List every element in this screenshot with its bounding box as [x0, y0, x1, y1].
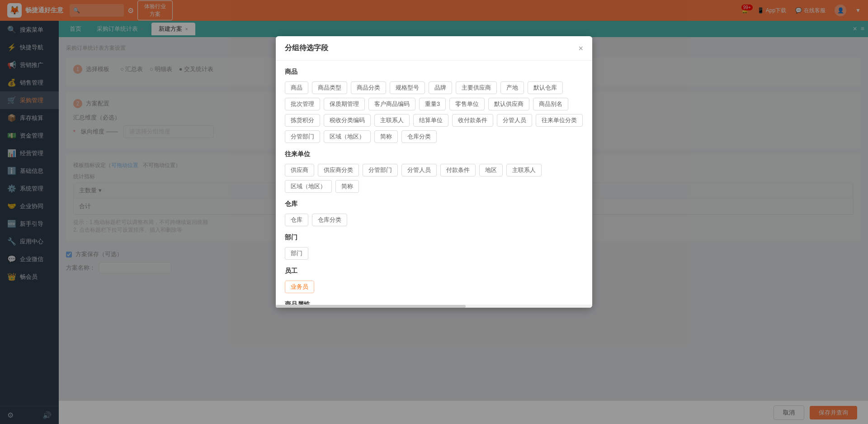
field-short-name2[interactable]: 简称: [335, 180, 359, 193]
field-manage-dept[interactable]: 分管部门: [363, 164, 398, 176]
section-warehouse-title: 仓库: [285, 200, 583, 208]
dept-fields: 部门: [285, 247, 583, 260]
field-main-supplier[interactable]: 主要供应商: [456, 81, 497, 94]
field-customer-code[interactable]: 客户商品编码: [368, 98, 415, 110]
field-tax-code[interactable]: 税收分类编码: [324, 114, 371, 127]
field-dept[interactable]: 分管部门: [285, 130, 320, 143]
field-pick-points[interactable]: 拣货积分: [285, 114, 320, 127]
field-main-contact2[interactable]: 主联系人: [506, 164, 542, 176]
modal-body[interactable]: 商品 商品 商品类型 商品分类 规格型号 品牌 主要供应商 产地 默认仓库 批次…: [276, 61, 592, 305]
field-supplier[interactable]: 供应商: [285, 164, 314, 176]
field-manage-person[interactable]: 分管人员: [401, 164, 437, 176]
section-dept: 部门 部门: [285, 233, 583, 260]
field-short-name[interactable]: 简称: [374, 130, 398, 143]
field-weight3[interactable]: 重量3: [419, 98, 446, 110]
field-warehouse-cat[interactable]: 仓库分类: [312, 214, 347, 226]
section-partner-title: 往来单位: [285, 150, 583, 158]
field-supervisor[interactable]: 分管人员: [497, 114, 532, 127]
product-fields: 商品 商品类型 商品分类 规格型号 品牌 主要供应商 产地 默认仓库 批次管理 …: [285, 81, 583, 143]
modal: 分组待选字段 × 商品 商品 商品类型 商品分类 规格型号 品牌 主要供应商 产…: [276, 36, 592, 308]
field-payment-terms[interactable]: 收付款条件: [452, 114, 493, 127]
field-partner-category[interactable]: 往来单位分类: [536, 114, 583, 127]
modal-title: 分组待选字段: [285, 43, 328, 53]
field-pay-terms[interactable]: 付款条件: [440, 164, 476, 176]
field-salesperson[interactable]: 业务员: [285, 281, 314, 293]
modal-close-icon[interactable]: ×: [578, 44, 583, 52]
field-department[interactable]: 部门: [285, 247, 308, 260]
modal-header: 分组待选字段 ×: [276, 36, 592, 61]
section-dept-title: 部门: [285, 233, 583, 242]
warehouse-fields: 仓库 仓库分类: [285, 214, 583, 226]
field-product-category[interactable]: 商品分类: [351, 81, 386, 94]
field-supplier-category[interactable]: 供应商分类: [318, 164, 359, 176]
section-employee-title: 员工: [285, 267, 583, 275]
section-partner: 往来单位 供应商 供应商分类 分管部门 分管人员 付款条件 地区 主联系人 区域…: [285, 150, 583, 193]
field-region[interactable]: 区域（地区）: [324, 130, 371, 143]
field-default-warehouse[interactable]: 默认仓库: [528, 81, 563, 94]
section-product-attr: 商品属性 属性 颜色 多规格 尺码 鞋码 1: [285, 300, 583, 305]
field-region2[interactable]: 区域（地区）: [285, 180, 332, 193]
field-batch-manage[interactable]: 批次管理: [285, 98, 320, 110]
field-spec-model[interactable]: 规格型号: [390, 81, 425, 94]
modal-horizontal-scrollbar[interactable]: [276, 305, 592, 308]
field-retail-unit[interactable]: 零售单位: [449, 98, 485, 110]
field-product[interactable]: 商品: [285, 81, 308, 94]
h-scroll-thumb: [276, 305, 466, 308]
field-origin[interactable]: 产地: [500, 81, 524, 94]
employee-fields: 业务员: [285, 281, 583, 293]
section-product-title: 商品: [285, 68, 583, 76]
field-settle-unit[interactable]: 结算单位: [413, 114, 448, 127]
section-product: 商品 商品 商品类型 商品分类 规格型号 品牌 主要供应商 产地 默认仓库 批次…: [285, 68, 583, 143]
field-brand[interactable]: 品牌: [429, 81, 452, 94]
field-quality-manage[interactable]: 保质期管理: [324, 98, 365, 110]
modal-overlay: 分组待选字段 × 商品 商品 商品类型 商品分类 规格型号 品牌 主要供应商 产…: [0, 0, 868, 424]
field-main-contact[interactable]: 主联系人: [374, 114, 410, 127]
field-warehouse[interactable]: 仓库: [285, 214, 308, 226]
field-warehouse-category[interactable]: 仓库分类: [401, 130, 437, 143]
section-warehouse: 仓库 仓库 仓库分类: [285, 200, 583, 226]
section-product-attr-title: 商品属性: [285, 300, 583, 305]
partner-fields: 供应商 供应商分类 分管部门 分管人员 付款条件 地区 主联系人 区域（地区） …: [285, 164, 583, 193]
field-area[interactable]: 地区: [479, 164, 503, 176]
section-employee: 员工 业务员: [285, 267, 583, 293]
field-product-alias[interactable]: 商品别名: [533, 98, 568, 110]
field-default-supplier[interactable]: 默认供应商: [488, 98, 529, 110]
field-product-type[interactable]: 商品类型: [312, 81, 347, 94]
